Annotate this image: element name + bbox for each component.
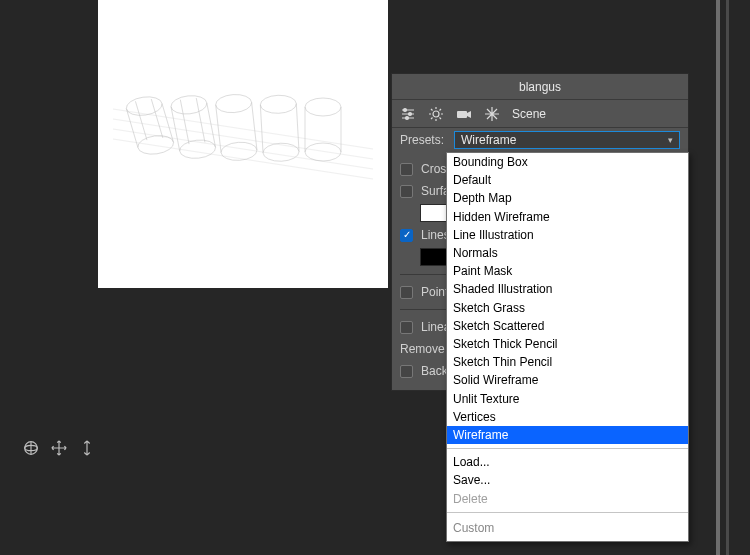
svg-line-24	[113, 109, 373, 149]
dropdown-item[interactable]: Default	[447, 171, 688, 189]
chevron-down-icon: ▾	[668, 135, 673, 145]
dropdown-item[interactable]: Sketch Thick Pencil	[447, 335, 688, 353]
right-divider-2	[726, 0, 729, 555]
svg-point-32	[409, 112, 412, 115]
pan-icon[interactable]	[50, 439, 68, 457]
checkbox-lines[interactable]	[400, 229, 413, 242]
dropdown-item[interactable]: Sketch Grass	[447, 299, 688, 317]
svg-line-19	[296, 104, 299, 152]
svg-rect-35	[457, 111, 467, 118]
dropdown-item[interactable]: Shaded Illustration	[447, 280, 688, 298]
viewport-manipulator-group	[22, 439, 96, 457]
mesh-icon[interactable]	[484, 106, 500, 122]
surface-color-swatch[interactable]	[420, 204, 448, 222]
dropdown-item[interactable]: Normals	[447, 244, 688, 262]
checkbox-cross-section[interactable]	[400, 163, 413, 176]
svg-point-7	[179, 138, 217, 160]
svg-point-1	[137, 133, 175, 156]
svg-line-11	[196, 98, 205, 143]
dropdown-item[interactable]: Depth Map	[447, 189, 688, 207]
presets-dropdown[interactable]: Bounding BoxDefaultDepth MapHidden Wiref…	[446, 152, 689, 542]
presets-label: Presets:	[400, 133, 444, 147]
dolly-icon[interactable]	[78, 439, 96, 457]
svg-line-25	[113, 119, 373, 159]
svg-line-4	[135, 100, 147, 140]
dropdown-divider	[447, 448, 688, 449]
svg-point-16	[260, 95, 297, 114]
checkbox-surface[interactable]	[400, 185, 413, 198]
dropdown-divider	[447, 512, 688, 513]
svg-point-20	[305, 98, 341, 116]
dropdown-list: Bounding BoxDefaultDepth MapHidden Wiref…	[447, 153, 688, 444]
dropdown-item[interactable]: Unlit Texture	[447, 390, 688, 408]
scene-label[interactable]: Scene	[512, 107, 546, 121]
light-icon[interactable]	[428, 106, 444, 122]
checkbox-points[interactable]	[400, 286, 413, 299]
svg-point-34	[433, 111, 439, 117]
presets-select-value: Wireframe	[461, 133, 516, 147]
svg-line-26	[113, 129, 373, 169]
presets-select[interactable]: Wireframe ▾	[454, 131, 680, 149]
presets-row: Presets: Wireframe ▾	[392, 128, 688, 152]
dropdown-item[interactable]: Paint Mask	[447, 262, 688, 280]
svg-point-17	[263, 143, 300, 162]
checkbox-backface[interactable]	[400, 365, 413, 378]
checkbox-linearize[interactable]	[400, 321, 413, 334]
dropdown-item[interactable]: Vertices	[447, 408, 688, 426]
right-divider[interactable]	[716, 0, 720, 555]
dropdown-item[interactable]: Sketch Thin Pencil	[447, 353, 688, 371]
svg-line-15	[252, 102, 257, 150]
dropdown-save[interactable]: Save...	[447, 471, 688, 489]
lines-color-swatch[interactable]	[420, 248, 448, 266]
svg-point-6	[170, 94, 208, 116]
svg-point-21	[305, 143, 341, 161]
svg-point-33	[406, 116, 409, 119]
svg-line-18	[260, 105, 263, 153]
dropdown-load[interactable]: Load...	[447, 453, 688, 471]
svg-line-10	[180, 99, 189, 144]
dropdown-item[interactable]: Solid Wireframe	[447, 371, 688, 389]
dropdown-item[interactable]: Bounding Box	[447, 153, 688, 171]
panel-title: blangus	[392, 74, 688, 100]
panel-toolbar: Scene	[392, 100, 688, 128]
svg-point-0	[125, 95, 163, 118]
dropdown-item[interactable]: Line Illustration	[447, 226, 688, 244]
sliders-icon[interactable]	[400, 106, 416, 122]
dropdown-item[interactable]: Wireframe	[447, 426, 688, 444]
svg-line-5	[151, 98, 163, 138]
camera-icon[interactable]	[456, 106, 472, 122]
svg-point-31	[404, 108, 407, 111]
svg-point-12	[215, 93, 252, 113]
dropdown-custom[interactable]: Custom	[447, 517, 688, 541]
dropdown-item[interactable]: Sketch Scattered	[447, 317, 688, 335]
viewport[interactable]	[98, 0, 388, 288]
dropdown-item[interactable]: Hidden Wireframe	[447, 208, 688, 226]
wireframe-model	[113, 79, 373, 209]
dropdown-delete: Delete	[447, 490, 688, 508]
orbit-icon[interactable]	[22, 439, 40, 457]
